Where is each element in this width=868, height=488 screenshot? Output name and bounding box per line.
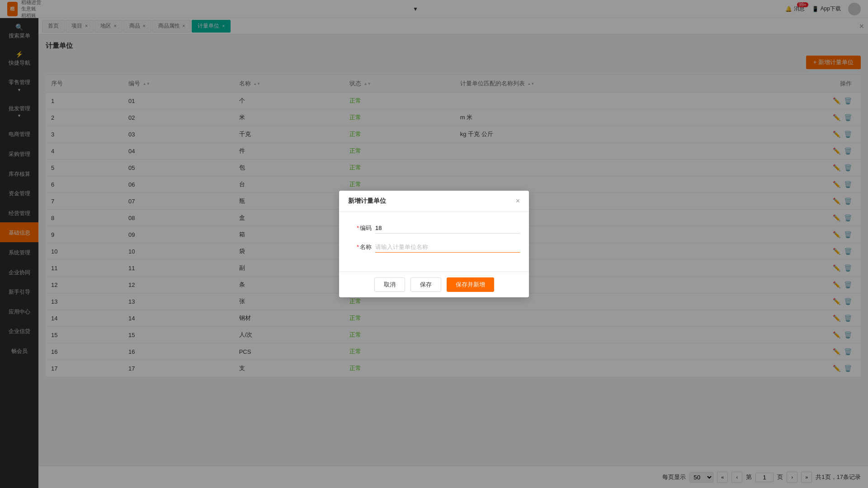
code-form-row: 编码 — [348, 223, 520, 234]
add-measure-unit-modal: 新增计量单位 × 编码 名称 取消 保存 保存并新增 — [339, 191, 529, 297]
modal-body: 编码 名称 — [339, 212, 529, 272]
cancel-button[interactable]: 取消 — [374, 277, 405, 292]
name-label: 名称 — [348, 243, 375, 251]
name-form-row: 名称 — [348, 242, 520, 253]
modal-header: 新增计量单位 × — [339, 191, 529, 212]
name-input[interactable] — [375, 242, 520, 253]
code-input[interactable] — [375, 223, 520, 234]
modal-footer: 取消 保存 保存并新增 — [339, 272, 529, 297]
modal-title: 新增计量单位 — [348, 197, 386, 205]
save-button[interactable]: 保存 — [410, 277, 441, 292]
modal-overlay: 新增计量单位 × 编码 名称 取消 保存 保存并新增 — [0, 0, 868, 488]
save-and-new-button[interactable]: 保存并新增 — [447, 277, 494, 292]
code-label: 编码 — [348, 224, 375, 232]
modal-close-button[interactable]: × — [516, 197, 520, 205]
